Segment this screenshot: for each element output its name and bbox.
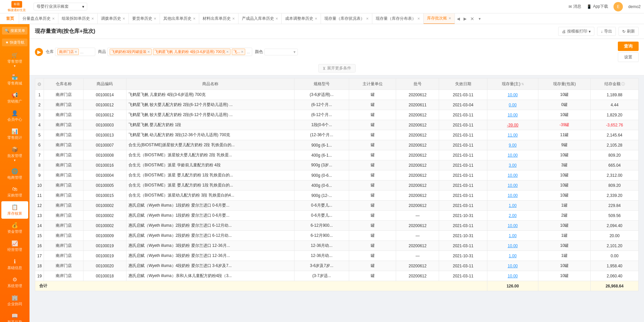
tab-stock-dist[interactable]: 现存量（库存分布表） ✕ <box>372 13 424 24</box>
row-qty[interactable]: 10.00 <box>487 191 538 201</box>
row-expiry: 2021-03-11 <box>439 120 487 130</box>
sidebar-item-finance[interactable]: 💰 资金管理 <box>1 219 28 237</box>
product-tag-container[interactable]: 飞鹤奶粉3段丙罐提装 ✕ 飞鹤星飞帆 儿童奶粉 4段(3-6岁适用) 700克 … <box>107 48 252 56</box>
search-single-btn[interactable]: 🔍 搜索英单 <box>2 27 28 35</box>
tab-close-other-out[interactable]: ✕ <box>193 17 196 20</box>
row-no: 11 <box>35 191 44 201</box>
sidebar-item-operations[interactable]: 📈 经营管理 <box>1 237 28 255</box>
row-qty[interactable]: 11.00 <box>487 130 538 140</box>
sidebar-item-purchase[interactable]: 🛍 采购管理 <box>1 183 28 201</box>
tab-home[interactable]: 首页 <box>1 13 19 24</box>
sidebar-item-retail-mall[interactable]: 🏪 零售商城 <box>1 71 28 89</box>
settings-icon[interactable]: ⚙ <box>37 82 42 87</box>
user-name[interactable]: demo2 <box>628 4 641 9</box>
query-button[interactable]: 查询 <box>618 42 639 51</box>
row-qty[interactable]: 10.00 <box>487 221 538 231</box>
sidebar-item-system[interactable]: ⚙ 系统管理 <box>1 274 28 291</box>
row-qty[interactable]: 1.00 <box>487 231 538 241</box>
row-qty[interactable]: 10.00 <box>487 241 538 251</box>
tab-other-out[interactable]: 其他出库单历史 ✕ <box>160 13 199 24</box>
row-spec: 12-36月幼... <box>294 251 349 261</box>
sidebar-item-inventory[interactable]: 📋 库存核算 <box>1 201 28 219</box>
col-settings-header[interactable]: ⚙ <box>35 78 44 90</box>
message-button[interactable]: ✉ 消息 <box>569 4 581 9</box>
settings-button[interactable]: 设置 <box>618 52 639 62</box>
product-tag-1-close[interactable]: ✕ <box>147 50 150 54</box>
tab-close-cost-adjust[interactable]: ✕ <box>315 17 317 20</box>
quick-nav-btn[interactable]: ★ 快捷导航 <box>2 39 28 46</box>
app-download-button[interactable]: 📱 App下载 <box>587 4 608 9</box>
warehouse-ellipsis[interactable]: ... <box>80 50 84 54</box>
row-qty[interactable]: 10.00 <box>487 150 538 160</box>
row-qty[interactable]: 10.00 <box>487 110 538 120</box>
sidebar-item-basic-info[interactable]: ℹ 基础信息 <box>1 256 28 273</box>
print-button[interactable]: 🖨 按模板打印 ▾ <box>558 27 594 36</box>
product-tag-extra-close[interactable]: ✕ <box>241 50 244 54</box>
row-qty[interactable]: 9.00 <box>487 140 538 150</box>
sidebar-item-guide[interactable]: 📖 新手引导 <box>1 310 28 322</box>
export-button[interactable]: ↓ 导出 <box>597 27 616 36</box>
row-qty[interactable]: -39.00 <box>487 120 538 130</box>
info-icon[interactable]: ⓘ <box>621 82 625 86</box>
row-name: 合生元（BIOSTIME）派星 婴儿配方奶粉 1段 乳铁蛋白的... <box>126 180 294 191</box>
tab-close-transfer[interactable]: ✕ <box>122 17 125 20</box>
avatar[interactable]: E <box>613 2 623 11</box>
row-qty[interactable]: 0.00 <box>487 100 538 110</box>
tab-close-stock-status[interactable]: ✕ <box>366 17 369 20</box>
tab-close-disassemble[interactable]: ✕ <box>91 17 94 20</box>
tab-close-all-button[interactable]: ✕ <box>468 13 476 24</box>
refresh-button[interactable]: ↻ 刷新 <box>619 27 639 36</box>
row-name: 惠氏启赋（Wyeth illuma）3段奶粉 爱尔兰进口 12-36月... <box>126 241 294 251</box>
sidebar-item-ecommerce[interactable]: 🌐 电商管理 <box>1 165 28 183</box>
filter-row: ▶ 仓库 南岸门店 ✕ ... 商品 飞鹤奶粉3段 <box>35 42 639 62</box>
row-qty[interactable]: 2.00 <box>487 211 538 221</box>
warehouse-tag-container[interactable]: 南岸门店 ✕ ... <box>55 48 95 56</box>
tab-split-stock[interactable]: 分量盘点单历史 ✕ <box>19 13 58 24</box>
row-warehouse: 南岸门店 <box>44 221 84 231</box>
filter-expand-button[interactable]: ▶ <box>35 48 43 56</box>
sidebar-item-retail-stats[interactable]: 📊 零售统计 <box>1 125 28 143</box>
tab-close-material-out[interactable]: ✕ <box>232 17 235 20</box>
tab-close-requisition[interactable]: ✕ <box>154 17 156 20</box>
tab-stock-status[interactable]: 现存量（库存状况表） ✕ <box>321 13 372 24</box>
color-tag-container[interactable]: ▾ <box>264 49 298 55</box>
tab-batch-approve[interactable]: 库存批次账 ✕ <box>424 13 455 24</box>
tab-requisition[interactable]: 要货单历史 ✕ <box>129 13 160 24</box>
tab-disassemble[interactable]: 组装拆卸单历史 ✕ <box>58 13 98 24</box>
tab-close-split-stock[interactable]: ✕ <box>52 17 55 20</box>
tab-close-stock-dist[interactable]: ✕ <box>417 17 420 20</box>
row-qty[interactable]: 1.00 <box>487 201 538 211</box>
product-ellipsis[interactable]: ... <box>247 50 250 54</box>
sidebar-item-member[interactable]: 👤 会员中心 <box>1 107 28 125</box>
sidebar-item-retail-mgmt[interactable]: 🛒 零售管理 ▼ <box>1 49 28 70</box>
warehouse-tag-close[interactable]: ✕ <box>74 50 77 54</box>
tab-material-out[interactable]: 材料出库单历史 ✕ <box>199 13 238 24</box>
industry-selector[interactable]: 母婴行业演示账套 ▾ <box>34 3 87 10</box>
row-expiry: 2021-03-11 <box>439 110 487 120</box>
tab-cost-adjust[interactable]: 成本调整单历史 ✕ <box>282 13 321 24</box>
tab-product-in[interactable]: 产成品入库单历史 ✕ <box>238 13 282 24</box>
tab-prev-button[interactable]: ◀ <box>455 13 462 24</box>
system-icon: ⚙ <box>12 276 17 283</box>
tab-close-batch-approve[interactable]: ✕ <box>448 16 451 20</box>
row-qty[interactable]: 10.00 <box>487 170 538 180</box>
row-qty[interactable]: 1.00 <box>487 251 538 261</box>
sidebar-item-wholesale[interactable]: 📦 批发管理 ▼ <box>1 144 28 165</box>
sidebar-item-marketing[interactable]: 📢 营销推广 <box>1 89 28 107</box>
sidebar-item-enterprise[interactable]: 🏢 企业协同 <box>1 292 28 309</box>
row-qty[interactable]: 10.00 <box>487 180 538 191</box>
row-expiry: 2021-03-11 <box>439 180 487 191</box>
row-qty[interactable]: 10.00 <box>487 261 538 271</box>
product-tag-2-close[interactable]: ✕ <box>226 50 229 54</box>
tab-close-product-in[interactable]: ✕ <box>275 17 278 20</box>
summary-total-qty: 126.00 <box>487 281 538 291</box>
row-qty[interactable]: 10.00 <box>487 90 538 100</box>
sort-icon: ⇅ <box>521 82 524 86</box>
row-qty[interactable]: 10.00 <box>487 271 538 281</box>
tab-menu-button[interactable]: ▾ <box>476 13 483 24</box>
tab-next-button[interactable]: ▶ <box>462 13 468 24</box>
tab-transfer[interactable]: 调拨单历史 ✕ <box>98 13 129 24</box>
logo-area: 标题 畅捷通好生意 <box>3 1 30 12</box>
row-qty[interactable]: 3.00 <box>487 160 538 170</box>
expand-more-button[interactable]: ⊻ 展开更多条件 <box>318 64 356 72</box>
